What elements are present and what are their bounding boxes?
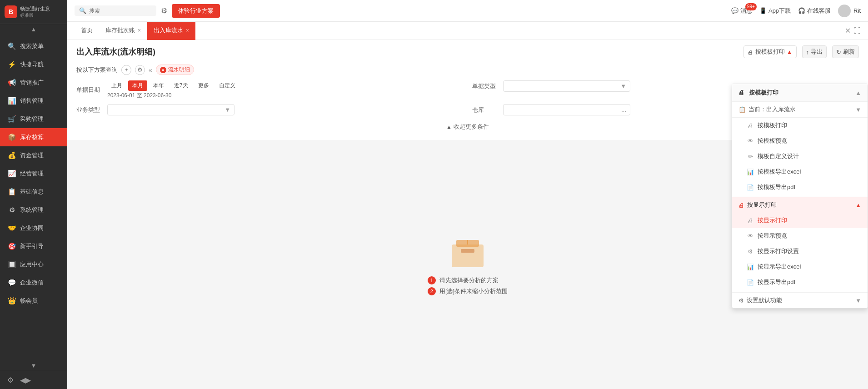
dropdown-item-display-print[interactable]: 🖨 按显示打印: [732, 213, 868, 228]
dropdown-footer[interactable]: ⚙ 设置默认功能 ▼: [732, 292, 868, 308]
tab-flow-close[interactable]: ×: [186, 27, 189, 34]
sidebar-scroll-up[interactable]: ▲: [0, 24, 67, 35]
display-settings-label: 按显示打印设置: [758, 247, 799, 255]
tabbar-expand-icon[interactable]: ⛶: [853, 27, 861, 35]
print-template-button[interactable]: 🖨 按模板打印 ▲: [743, 45, 797, 58]
display-section-arrow: ▲: [855, 202, 861, 209]
warehouse-select[interactable]: ...: [503, 104, 630, 115]
filter-query-label: 按以下方案查询: [76, 66, 118, 74]
dropdown-item-display-settings[interactable]: ⚙ 按显示打印设置: [732, 244, 868, 259]
display-pdf-label: 按显示导出pdf: [758, 278, 795, 286]
date-range: 2023-06-01 至 2023-06-30: [107, 92, 239, 100]
date-btn-more[interactable]: 更多: [194, 80, 213, 91]
dropdown-item-template-excel[interactable]: 📊 按模板导出excel: [732, 164, 868, 180]
sidebar-item-search[interactable]: 🔍 搜索菜单: [0, 37, 67, 55]
filter-add-button[interactable]: +: [121, 65, 131, 75]
sidebar-scroll-down[interactable]: ▼: [0, 360, 67, 371]
sidebar-label-basics: 基础信息: [20, 188, 44, 196]
dropdown-arrow-up[interactable]: ▲: [855, 90, 861, 96]
sidebar-item-finance[interactable]: 💰 资金管理: [0, 146, 67, 165]
sidebar-item-cooperation[interactable]: 🤝 企业协同: [0, 219, 67, 237]
display-print-icon: 🖨: [747, 217, 754, 224]
sidebar-item-marketing[interactable]: 📢 营销推广: [0, 74, 67, 92]
tab-flow[interactable]: 出入库流水 ×: [147, 22, 195, 40]
display-excel-label: 按显示导出excel: [758, 263, 801, 271]
sidebar-item-wechat[interactable]: 💬 企业微信: [0, 274, 67, 292]
page-title: 出入库流水(流水明细): [76, 46, 155, 57]
apps-icon: 🔲: [7, 260, 16, 269]
filter-toolbar: 按以下方案查询 + ⚙ « ● 流水明细: [76, 65, 859, 75]
dropdown-current-template[interactable]: 📋 当前：出入库流水 ▼: [732, 102, 868, 118]
sidebar-item-sales[interactable]: 📊 销售管理: [0, 92, 67, 110]
user-name: Rit: [853, 7, 861, 14]
printer-icon-sm: 🖨: [738, 89, 744, 96]
box-icon: 📦: [7, 133, 16, 142]
trial-button[interactable]: 体验行业方案: [172, 4, 220, 18]
sidebar-item-apps[interactable]: 🔲 应用中心: [0, 255, 67, 274]
display-pdf-icon: 📄: [747, 279, 754, 286]
dropdown-item-display-excel[interactable]: 📊 按显示导出excel: [732, 259, 868, 274]
filter-setting-button[interactable]: ⚙: [135, 65, 145, 75]
date-btn-this-year[interactable]: 本年: [149, 80, 168, 91]
current-template-label: 当前：出入库流水: [748, 105, 796, 114]
print-dropdown-panel: 🖨 按模板打印 ▲ 📋 当前：出入库流水 ▼ 🖨 按模板打印 👁 按模板预览: [732, 84, 868, 309]
dropdown-divider: [732, 196, 868, 196]
online-service-label: 在线客服: [807, 7, 831, 15]
template-excel-label: 按模板导出excel: [758, 168, 801, 176]
export-label: 导出: [811, 48, 823, 56]
warehouse-more[interactable]: ...: [621, 106, 626, 113]
online-service-button[interactable]: 🎧 在线客服: [798, 7, 831, 15]
user-menu[interactable]: Rit: [838, 5, 861, 17]
dropdown-item-display-pdf[interactable]: 📄 按显示导出pdf: [732, 274, 868, 290]
sidebar-item-system[interactable]: ⚙ 系统管理: [0, 201, 67, 219]
voucher-type-select[interactable]: ▼: [503, 80, 630, 92]
message-button[interactable]: 💬 消息 99+: [731, 7, 752, 15]
tabbar: 首页 库存批次账 × 出入库流水 × ✕ ⛶: [67, 22, 868, 40]
dropdown-display-section[interactable]: 🖨 按显示打印 ▲: [732, 197, 868, 213]
refresh-button[interactable]: ↻ 刷新: [832, 45, 859, 58]
dropdown-item-template-pdf[interactable]: 📄 按模板导出pdf: [732, 180, 868, 195]
sidebar-item-basics[interactable]: 📋 基础信息: [0, 183, 67, 201]
date-btn-custom[interactable]: 自定义: [215, 80, 239, 91]
dropdown-item-template-print[interactable]: 🖨 按模板打印: [732, 118, 868, 133]
date-btn-this-month[interactable]: 本月: [128, 80, 147, 91]
topbar-gear-icon[interactable]: ⚙: [161, 6, 167, 15]
empty-step-1: 1 请先选择要分析的方案: [428, 276, 508, 284]
tab-home[interactable]: 首页: [75, 22, 99, 40]
tab-batch[interactable]: 库存批次账 ×: [99, 22, 147, 40]
dropdown-item-display-preview[interactable]: 👁 按显示预览: [732, 228, 868, 244]
user-avatar: [838, 5, 851, 17]
sidebar-item-inventory[interactable]: 📦 库存核算: [0, 128, 67, 146]
date-btn-7days[interactable]: 近7天: [170, 80, 192, 91]
tabbar-actions: ✕ ⛶: [845, 26, 861, 35]
sidebar-item-purchase[interactable]: 🛒 采购管理: [0, 110, 67, 128]
sidebar-item-quick-nav[interactable]: ⚡ 快捷导航: [0, 55, 67, 74]
settings-icon[interactable]: ⚙: [7, 376, 14, 384]
sidebar-label-quick-nav: 快捷导航: [20, 60, 44, 69]
voucher-type-arrow: ▼: [620, 83, 626, 90]
collapse-icon[interactable]: ◀▶: [20, 376, 31, 384]
app-version: 标准版: [20, 12, 50, 18]
sidebar-item-operations[interactable]: 📈 经营管理: [0, 165, 67, 183]
refresh-label: 刷新: [843, 48, 855, 56]
business-type-select[interactable]: ▼: [107, 104, 234, 115]
search-icon: 🔍: [79, 7, 86, 14]
filter-tag[interactable]: ● 流水明细: [156, 65, 194, 75]
date-btn-last-month[interactable]: 上月: [107, 80, 126, 91]
search-input[interactable]: [89, 8, 144, 14]
tabbar-close-icon[interactable]: ✕: [845, 26, 851, 35]
filter-collapse-button[interactable]: «: [149, 66, 152, 74]
sidebar-bottom: ⚙ ◀▶: [0, 371, 67, 389]
sidebar-label-inventory: 库存核算: [20, 133, 44, 141]
main-area: 🔍 ⚙ 体验行业方案 💬 消息 99+ 📱 App下载 🎧 在线客服 Rit: [67, 0, 868, 389]
export-button[interactable]: ↑ 导出: [802, 45, 827, 58]
collapse-more-label: 收起更多条件: [454, 123, 489, 131]
topbar-search-box[interactable]: 🔍: [75, 5, 156, 16]
dropdown-item-template-custom[interactable]: ✏ 模板自定义设计: [732, 149, 868, 164]
sidebar-item-newbie[interactable]: 🎯 新手引导: [0, 237, 67, 255]
tab-batch-close[interactable]: ×: [138, 27, 141, 34]
sidebar-label-marketing: 营销推广: [20, 79, 44, 87]
dropdown-item-template-preview[interactable]: 👁 按模板预览: [732, 133, 868, 149]
app-download-button[interactable]: 📱 App下载: [759, 7, 791, 15]
sidebar-item-members[interactable]: 👑 畅会员: [0, 292, 67, 310]
